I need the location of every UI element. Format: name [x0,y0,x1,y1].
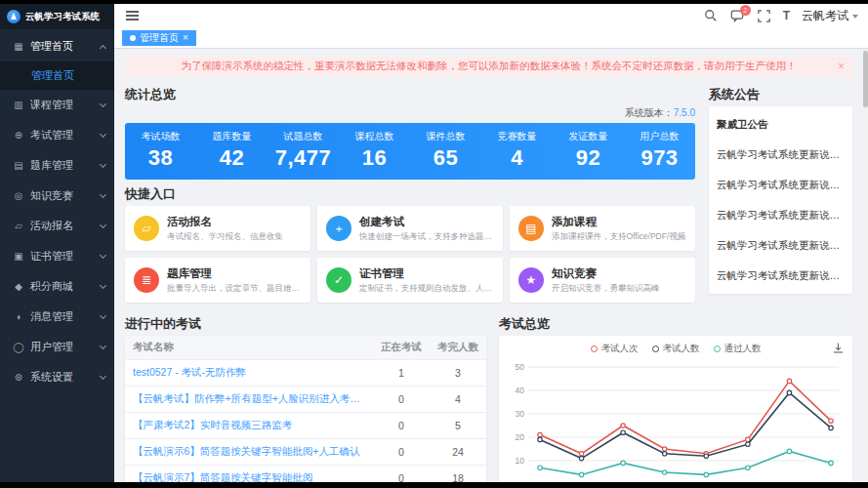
caret-down-icon [852,15,858,19]
sidebar-item-contest[interactable]: ◎ 知识竞赛 [0,181,114,211]
chevron-down-icon [100,252,106,259]
legend-marker [652,346,659,352]
screen: 云帆学习考试系统 ▦ 管理首页 管理首页 ▥ 课程管理 ⊕ 考 [0,0,868,488]
svg-text:50: 50 [516,362,525,372]
search-icon[interactable] [704,9,719,23]
hamburger-icon[interactable] [126,15,139,17]
legend-passed-people[interactable]: 通过人数 [714,343,762,355]
sidebar-item-settings[interactable]: ⊛ 系统设置 [0,362,114,392]
quick-card-contest[interactable]: ★ 知识竞赛开启知识竞赛，勇攀知识高峰 [510,258,695,303]
bank-icon: ≣ [134,267,159,293]
app-title: 云帆学习考试系统 [25,11,100,23]
sidebar-item-points-mall[interactable]: ◆ 积分商城 [0,271,114,302]
legend-exam-people[interactable]: 考试人数 [652,343,700,355]
announcement-item[interactable]: 云帆学习考试系统更新说明... [717,170,845,200]
sidebar-item-dashboard[interactable]: ▦ 管理首页 [0,31,114,61]
chevron-down-icon [100,191,106,198]
sidebar-menu: ▦ 管理首页 管理首页 ▥ 课程管理 ⊕ 考试管理 [0,29,114,482]
sidebar-item-question-bank[interactable]: ▤ 题库管理 [0,150,114,181]
table-row: test0527 - 考试-无防作弊 1 3 [125,360,486,386]
stat-courseware-count: 课件总数65 [410,130,481,171]
sidebar-item-exams[interactable]: ⊕ 考试管理 [0,120,114,150]
exam-overview-title: 考试总览 [499,315,852,333]
create-exam-icon: ＋ [326,216,351,241]
col-taking: 正在考试 [373,336,430,360]
message-count-badge: 2 [740,5,751,16]
tab-close-icon[interactable] [183,33,188,43]
table-row: 【云帆考试】防作弊+所有题型+人脸识别进入考试 - 考试 0 4 [125,386,486,413]
settings-icon: ⊛ [12,372,25,383]
stat-certificate-count: 发证数量92 [553,130,624,171]
exam-name-link[interactable]: 【云帆演示6】简答题按关键字智能批阅+人工确认 [125,439,373,466]
scrollbar [863,49,868,482]
message-bell-icon[interactable]: 2 [730,9,745,23]
quick-entry-title: 快捷入口 [125,185,695,203]
sidebar-subitem-dashboard[interactable]: 管理首页 [0,61,114,90]
exam-name-link[interactable]: 【严肃考试2】实时音视频三路监考 [125,413,373,439]
table-row: 【云帆演示6】简答题按关键字智能批阅+人工确认 0 24 [125,439,486,466]
demo-notice-banner: 为了保障演示系统的稳定性，重要演示数据无法修改和删除，您可以添加新的数据来体验！… [125,57,852,76]
sidebar-item-certificates[interactable]: ▣ 证书管理 [0,241,114,271]
tab-active-dot [130,35,136,41]
logo-icon [7,10,21,23]
signup-icon: ▱ [12,221,25,231]
ongoing-exams-section: 进行中的考试 考试名称 正在考试 考完人数 [125,311,486,482]
ongoing-exams-table: 考试名称 正在考试 考完人数 test0527 - 考试-无防作弊 1 [125,336,486,482]
tab-dashboard[interactable]: 管理首页 [122,30,196,46]
svg-text:10: 10 [516,456,525,466]
svg-text:40: 40 [516,386,525,395]
question-bank-icon: ▤ [12,160,25,171]
banner-close-icon[interactable] [838,61,845,72]
chevron-down-icon [100,282,106,289]
announcement-item[interactable]: 云帆学习考试系统更新说明... [717,200,845,230]
overview-title: 统计总览 [125,86,695,103]
chart-area: 1020304050 [507,357,845,482]
exam-overview-chart: 1020304050 [507,357,845,482]
fullscreen-icon[interactable] [757,9,771,23]
exam-name-link[interactable]: 【云帆演示7】简答题按关键字智能批阅 [125,466,373,483]
quick-card-signup[interactable]: ▱ 活动报名考试报名、学习报名、信息收集 [125,206,310,251]
header-actions: 2 T 云帆考试 [704,8,858,24]
main-content: 为了保障演示系统的稳定性，重要演示数据无法修改和删除，您可以添加新的数据来体验！… [114,49,868,482]
sidebar-item-users[interactable]: ◯ 用户管理 [0,332,114,362]
sidebar-item-signup[interactable]: ▱ 活动报名 [0,211,114,241]
quick-card-add-course[interactable]: ▤ 添加课程添加课程课件，支持Office/PDF/视频 [510,206,695,251]
download-icon[interactable] [832,341,845,358]
ongoing-exams-title: 进行中的考试 [125,315,486,333]
sidebar-item-courses[interactable]: ▥ 课程管理 [0,90,114,120]
quick-card-create-exam[interactable]: ＋ 创建考试快速创建一场考试，支持多种选题方式 [317,206,503,251]
quick-card-certificate[interactable]: ✓ 证书管理定制证书，支持规则自动发放、人工颁发 [317,258,503,303]
svg-text:20: 20 [516,432,525,442]
stat-course-count: 课程总数16 [339,130,410,171]
announcement-item[interactable]: 云帆学习考试系统更新说明... [717,230,845,261]
chevron-down-icon [100,343,106,349]
announcement-item[interactable]: 聚威卫公告 [717,109,845,140]
message-icon: ◖ [12,311,25,322]
add-course-icon: ▤ [518,216,544,241]
top-header: 2 T 云帆考试 [114,4,868,27]
exam-name-link[interactable]: test0527 - 考试-无防作弊 [125,360,373,386]
system-version: 系统版本：7.5.0 [125,106,695,120]
stat-user-count: 用户总数973 [624,130,695,171]
quick-card-question-bank[interactable]: ≣ 题库管理批量导入导出，设定章节、题目难易程度 [125,258,310,303]
sidebar-item-messages[interactable]: ◖ 消息管理 [0,302,114,332]
legend-exam-attempts[interactable]: 考试人次 [591,343,639,355]
app-window: 云帆学习考试系统 ▦ 管理首页 管理首页 ▥ 课程管理 ⊕ 考 [0,4,868,482]
quiz-icon: ★ [518,267,544,293]
exam-overview-section: 考试总览 考试人次 考试人数 通过人数 1020304050 [499,311,852,482]
contest-icon: ◎ [12,190,25,201]
user-menu[interactable]: 云帆考试 [802,8,858,24]
certificate-icon: ▣ [12,251,25,262]
exam-name-link[interactable]: 【云帆考试】防作弊+所有题型+人脸识别进入考试 - 考试 [125,386,373,413]
form-icon: ▱ [134,216,159,241]
chart-legend: 考试人次 考试人数 通过人数 [507,340,845,357]
col-exam-name: 考试名称 [125,336,373,360]
announcement-item[interactable]: 云帆学习考试系统更新说明... [717,261,845,291]
scrollbar-thumb[interactable] [863,51,868,107]
col-finished: 考完人数 [430,336,486,360]
font-size-icon[interactable]: T [783,9,790,22]
chevron-down-icon [100,373,106,380]
announcement-item[interactable]: 云帆学习考试系统更新说明... [717,140,845,170]
stat-exam-count: 考试场数38 [125,130,196,171]
user-icon: ◯ [12,342,25,352]
